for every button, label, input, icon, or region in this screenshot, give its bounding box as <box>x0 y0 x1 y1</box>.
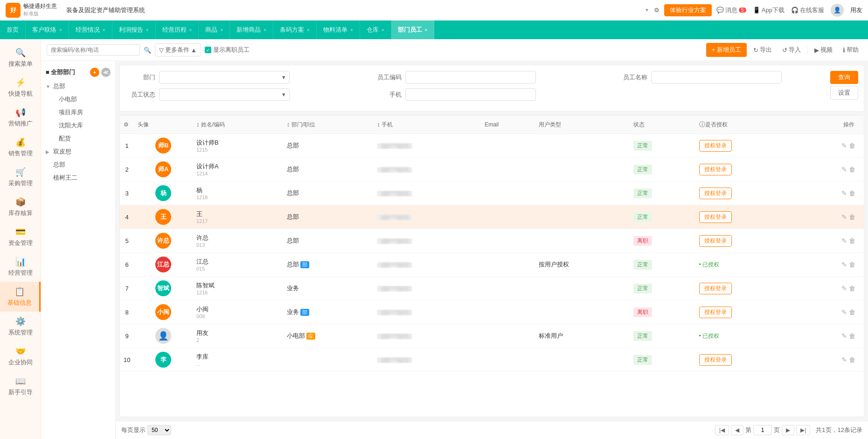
edit-icon[interactable]: ✎ <box>841 142 847 149</box>
col-name[interactable]: ↕ 姓名/编码 <box>193 116 283 134</box>
dept-node-zongbu2[interactable]: 总部 <box>41 158 115 171</box>
show-resigned-checkbox[interactable] <box>205 47 211 53</box>
left-nav-item-11[interactable]: 📖新手引导 <box>0 371 41 401</box>
nav-tab-close-8[interactable]: × <box>350 28 353 33</box>
prev-page-btn[interactable]: ◀ <box>731 425 743 435</box>
delete-icon[interactable]: 🗑 <box>849 189 855 197</box>
edit-icon[interactable]: ✎ <box>841 261 847 268</box>
nav-tab-close-4[interactable]: × <box>189 28 192 33</box>
nav-tab-3[interactable]: 利润报告× <box>112 21 156 39</box>
delete-icon[interactable]: 🗑 <box>849 213 855 221</box>
filter-settings-btn[interactable]: 设置 <box>830 86 858 100</box>
nav-tab-10[interactable]: 部门员工× <box>391 21 435 39</box>
nav-tab-5[interactable]: 商品× <box>199 21 230 39</box>
delete-icon[interactable]: 🗑 <box>849 285 855 292</box>
delete-icon[interactable]: 🗑 <box>849 261 855 268</box>
dept-add-btn[interactable]: + <box>90 68 99 77</box>
dept-node-shenyang[interactable]: 沈阳大库 <box>47 119 115 132</box>
nav-tab-4[interactable]: 经营历程× <box>156 21 199 39</box>
edit-icon[interactable]: ✎ <box>841 237 847 244</box>
edit-icon[interactable]: ✎ <box>841 308 847 316</box>
filter-status-select[interactable]: ▾ <box>159 88 290 101</box>
nav-tab-close-5[interactable]: × <box>220 28 223 33</box>
col-settings[interactable]: ⚙ <box>120 116 134 134</box>
nav-tab-0[interactable]: 首页 <box>0 21 26 39</box>
col-phone[interactable]: ↕ 手机 <box>373 116 481 134</box>
page-size-select[interactable]: 50 100 200 <box>147 425 171 435</box>
edit-icon[interactable]: ✎ <box>841 332 847 340</box>
delete-icon[interactable]: 🗑 <box>849 356 855 363</box>
filter-code-input[interactable] <box>405 71 536 84</box>
auth-login-btn[interactable]: 授权登录 <box>699 354 732 366</box>
nav-tab-7[interactable]: 条码方案× <box>273 21 317 39</box>
filter-phone-input[interactable] <box>405 88 536 101</box>
left-nav-item-4[interactable]: 🛒采购管理 <box>0 162 41 192</box>
edit-icon[interactable]: ✎ <box>841 356 847 363</box>
auth-login-btn[interactable]: 授权登录 <box>699 140 732 152</box>
nav-tab-close-2[interactable]: × <box>103 28 105 33</box>
left-nav-item-5[interactable]: 📦库存核算 <box>0 192 41 222</box>
delete-icon[interactable]: 🗑 <box>849 237 855 244</box>
auth-login-btn[interactable]: 授权登录 <box>699 188 732 199</box>
filter-name-input[interactable] <box>651 71 782 84</box>
dept-node-shuangpi[interactable]: ▶ 双皮想 <box>41 145 115 158</box>
show-resigned-label[interactable]: 显示离职员工 <box>205 46 250 54</box>
left-nav-item-0[interactable]: 🔍搜索菜单 <box>0 43 41 73</box>
nav-tab-close-10[interactable]: × <box>425 28 428 33</box>
more-filter-btn[interactable]: ▽ 更多条件 ▲ <box>155 43 201 56</box>
page-input[interactable] <box>753 425 772 435</box>
help-btn[interactable]: ℹ 帮助 <box>839 44 862 56</box>
next-page-btn[interactable]: ▶ <box>782 425 794 435</box>
dept-node-xiaodian[interactable]: 小电部 <box>47 93 115 106</box>
edit-icon[interactable]: ✎ <box>841 166 847 173</box>
dept-collapse-btn[interactable]: ≪ <box>101 68 111 77</box>
nav-tab-close-3[interactable]: × <box>146 28 149 33</box>
nav-tab-close-1[interactable]: × <box>59 28 62 33</box>
auth-login-btn[interactable]: 授权登录 <box>699 283 732 294</box>
sys-title-dropdown-icon[interactable]: ▼ <box>645 7 649 13</box>
nav-tab-8[interactable]: 物料清单× <box>317 21 360 39</box>
auth-login-btn[interactable]: 授权登录 <box>699 307 732 318</box>
edit-icon[interactable]: ✎ <box>841 189 847 197</box>
add-employee-btn[interactable]: + 新增员工 <box>706 43 747 57</box>
edit-icon[interactable]: ✎ <box>841 213 847 221</box>
left-nav-item-2[interactable]: 📢营销推广 <box>0 103 41 132</box>
left-nav-item-3[interactable]: 💰销售管理 <box>0 132 41 162</box>
search-input[interactable] <box>47 44 140 56</box>
online-service-btn[interactable]: 🎧 在线客服 <box>791 6 824 14</box>
dept-node-zongbu[interactable]: ▼ 总部 <box>41 80 115 93</box>
edit-icon[interactable]: ✎ <box>841 285 847 292</box>
import-btn[interactable]: ↺ 导入 <box>778 44 805 56</box>
auth-login-btn[interactable]: 授权登录 <box>699 211 732 223</box>
left-nav-item-9[interactable]: ⚙️系统管理 <box>0 312 41 341</box>
query-btn[interactable]: 查询 <box>830 71 858 84</box>
first-page-btn[interactable]: |◀ <box>715 425 729 435</box>
delete-icon[interactable]: 🗑 <box>849 166 855 173</box>
delete-icon[interactable]: 🗑 <box>849 332 855 340</box>
dept-node-peihuo[interactable]: 配货 <box>47 132 115 145</box>
user-avatar[interactable]: 👤 <box>831 4 844 17</box>
filter-dept-select[interactable]: ▾ <box>159 71 290 84</box>
col-dept[interactable]: ↕ 部门/职位 <box>283 116 374 134</box>
export-btn[interactable]: ↻ 导出 <box>750 44 776 56</box>
nav-tab-6[interactable]: 新增商品× <box>230 21 273 39</box>
last-page-btn[interactable]: ▶| <box>796 425 810 435</box>
left-nav-item-10[interactable]: 🤝企业协同 <box>0 341 41 371</box>
dept-node-zhishu[interactable]: 植树王二 <box>41 171 115 184</box>
nav-tab-1[interactable]: 客户联络× <box>26 21 69 39</box>
left-nav-item-7[interactable]: 📊经营管理 <box>0 252 41 282</box>
nav-tab-close-6[interactable]: × <box>264 28 266 33</box>
nav-tab-2[interactable]: 经营情况× <box>69 21 112 39</box>
nav-tab-close-9[interactable]: × <box>382 28 384 33</box>
gear-icon[interactable]: ⚙ <box>654 7 660 14</box>
dept-node-xiangmu[interactable]: 项目库房 <box>47 106 115 119</box>
auth-login-btn[interactable]: 授权登录 <box>699 164 732 175</box>
delete-icon[interactable]: 🗑 <box>849 308 855 316</box>
left-nav-item-8[interactable]: 📋基础信息 <box>0 282 41 312</box>
left-nav-item-1[interactable]: ⚡快捷导航 <box>0 73 41 103</box>
left-nav-item-6[interactable]: 💳资金管理 <box>0 222 41 252</box>
search-icon[interactable]: 🔍 <box>144 47 151 54</box>
message-btn[interactable]: 💬 消息 5 <box>716 6 746 14</box>
video-btn[interactable]: ▶ 视频 <box>811 44 836 56</box>
nav-tab-close-7[interactable]: × <box>307 28 310 33</box>
